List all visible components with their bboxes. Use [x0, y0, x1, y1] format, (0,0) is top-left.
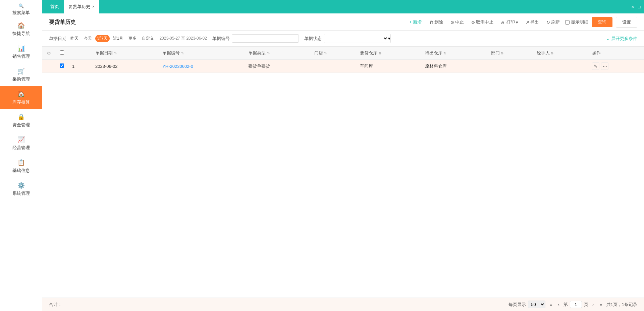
row-op-more-icon[interactable]: ⋯: [601, 62, 608, 70]
stop-button-label: 中止: [455, 19, 464, 25]
date-btn-1month[interactable]: 近1月: [111, 35, 125, 42]
search-icon: 🔍: [18, 3, 24, 8]
topbar-right: × □: [632, 4, 641, 9]
th-handler[interactable]: 经手人 ⇅: [533, 47, 588, 60]
first-page-button[interactable]: «: [547, 301, 554, 308]
page-title: 要货单历史: [49, 19, 76, 26]
th-no[interactable]: 单据编号 ⇅: [158, 47, 244, 60]
th-index: [68, 47, 91, 60]
row-no[interactable]: YH-20230602-0: [158, 60, 244, 73]
tab-home-label: 首页: [50, 4, 59, 10]
date-btn-more[interactable]: 更多: [126, 35, 139, 42]
row-wait-wh: 原材料仓库: [421, 60, 487, 73]
date-btn-yesterday[interactable]: 昨天: [68, 35, 80, 42]
sidebar-item-sales[interactable]: 📊 销售管理: [0, 41, 42, 63]
topbar-close-button[interactable]: ×: [632, 4, 634, 9]
basic-icon: 📋: [17, 159, 25, 166]
expand-icon: ⌄: [606, 36, 610, 41]
prev-page-button[interactable]: ‹: [556, 301, 561, 308]
sidebar-item-system[interactable]: ⚙️ 系统管理: [0, 178, 42, 201]
new-button[interactable]: + 新增: [407, 18, 424, 27]
sidebar-item-ops[interactable]: 📈 经营管理: [0, 132, 42, 155]
ops-icon: 📈: [17, 136, 25, 143]
sidebar-item-label: 经营管理: [12, 145, 30, 151]
per-page-select[interactable]: 20 50 100 200: [528, 301, 545, 308]
sidebar-item-purchase[interactable]: 🛒 采购管理: [0, 63, 42, 86]
date-range-display: 2023-05-27 至 2023-06-02: [159, 36, 207, 41]
refresh-icon: ↻: [546, 20, 550, 25]
sidebar-search[interactable]: 🔍 搜索菜单: [0, 0, 42, 18]
tab-active-label: 要货单历史: [68, 4, 90, 10]
next-page-button[interactable]: ›: [590, 301, 596, 308]
export-icon: ↗: [526, 20, 529, 25]
th-checkbox[interactable]: [56, 47, 68, 60]
th-store[interactable]: 门店 ⇅: [310, 47, 356, 60]
page-title-row: 要货单历史 + 新增 🗑 删除 ⊘ 中止 ⊘ 取消中止: [49, 17, 637, 30]
sidebar-item-basic[interactable]: 📋 基础信息: [0, 155, 42, 178]
doc-no-link[interactable]: YH-20230602-0: [162, 64, 193, 69]
row-op-edit-icon[interactable]: ✎: [592, 62, 599, 70]
select-all-checkbox[interactable]: [60, 50, 64, 55]
th-settings[interactable]: ⚙: [42, 47, 56, 60]
doc-no-filter-group: 单据编号: [212, 34, 299, 43]
th-dept[interactable]: 部门 ⇅: [487, 47, 533, 60]
tab-home[interactable]: 首页: [46, 0, 64, 13]
query-button[interactable]: 查询: [592, 17, 612, 27]
row-settings: [42, 60, 56, 73]
date-btn-today[interactable]: 今天: [82, 35, 94, 42]
export-button[interactable]: ↗ 导出: [524, 18, 541, 27]
doc-status-filter-group: 单据状态 ▾: [304, 34, 391, 43]
topbar: 首页 要货单历史 × × □: [42, 0, 644, 13]
doc-no-input[interactable]: [232, 34, 299, 43]
row-index: 1: [68, 60, 91, 73]
sidebar-item-label: 资金管理: [12, 122, 30, 128]
refresh-button[interactable]: ↻ 刷新: [544, 18, 562, 27]
date-btn-custom[interactable]: 自定义: [140, 35, 156, 42]
topbar-maximize-button[interactable]: □: [638, 4, 641, 9]
page-input[interactable]: [570, 301, 582, 308]
print-button[interactable]: 🖨 打印 ▾: [499, 18, 520, 27]
sidebar-item-quick-nav[interactable]: 🏠 快捷导航: [0, 18, 42, 41]
delete-button[interactable]: 🗑 删除: [427, 18, 445, 27]
print-icon: 🖨: [501, 20, 505, 25]
purchase-icon: 🛒: [17, 68, 25, 75]
refresh-button-label: 刷新: [551, 19, 560, 25]
tab-active[interactable]: 要货单历史 ×: [64, 0, 99, 13]
th-wait-wh[interactable]: 待出仓库 ⇅: [421, 47, 487, 60]
toolbar: + 新增 🗑 删除 ⊘ 中止 ⊘ 取消中止 🖨: [407, 17, 637, 28]
expand-more-button[interactable]: ⌄ 展开更多条件: [606, 34, 637, 43]
th-type[interactable]: 单据类型 ⇅: [244, 47, 310, 60]
th-req-wh[interactable]: 要货仓库 ⇅: [356, 47, 421, 60]
date-btn-7days[interactable]: 近7天: [95, 35, 110, 42]
row-dept: [487, 60, 533, 73]
cancel-stop-button[interactable]: ⊘ 取消中止: [469, 18, 495, 27]
show-detail-input[interactable]: [565, 20, 570, 25]
row-store: [310, 60, 356, 73]
sort-type-icon: ⇅: [267, 51, 270, 55]
tab-close-button[interactable]: ×: [92, 4, 95, 9]
print-button-label: 打印: [506, 19, 515, 25]
data-table: ⚙ 单据日期 ⇅ 单据编号 ⇅ 单据类型 ⇅ 门店 ⇅: [42, 47, 644, 73]
table-header-row: ⚙ 单据日期 ⇅ 单据编号 ⇅ 单据类型 ⇅ 门店 ⇅: [42, 47, 644, 60]
system-icon: ⚙️: [17, 182, 25, 189]
row-date: 2023-06-02: [91, 60, 158, 73]
pagination: 每页显示 20 50 100 200 « ‹ 第 页 › » 共1页，1条记录: [508, 301, 637, 308]
sidebar-item-inventory[interactable]: 🏠 库存核算: [0, 86, 42, 109]
row-checkbox[interactable]: [56, 60, 68, 73]
row-req-wh: 车间库: [356, 60, 421, 73]
table-footer: 合计： 每页显示 20 50 100 200 « ‹ 第 页 › » 共1页，1…: [42, 298, 644, 311]
th-date[interactable]: 单据日期 ⇅: [91, 47, 158, 60]
show-detail-checkbox[interactable]: 显示明细: [565, 19, 588, 25]
home-icon: 🏠: [17, 22, 25, 29]
stop-icon: ⊘: [450, 20, 454, 25]
last-page-button[interactable]: »: [598, 301, 604, 308]
stop-button[interactable]: ⊘ 中止: [448, 18, 466, 27]
main-area: 首页 要货单历史 × × □ 要货单历史 + 新增 🗑 删除: [42, 0, 644, 311]
sidebar: 🔍 搜索菜单 🏠 快捷导航 📊 销售管理 🛒 采购管理 🏠 库存核算 🔒 资金管…: [0, 0, 42, 311]
sort-wait-wh-icon: ⇅: [443, 51, 446, 55]
date-options: 昨天 今天 近7天 近1月 更多 自定义: [68, 35, 156, 42]
settings-button[interactable]: 设置: [616, 17, 637, 28]
sidebar-item-finance[interactable]: 🔒 资金管理: [0, 109, 42, 132]
doc-status-select[interactable]: [324, 34, 388, 43]
print-dropdown-icon: ▾: [516, 20, 518, 25]
